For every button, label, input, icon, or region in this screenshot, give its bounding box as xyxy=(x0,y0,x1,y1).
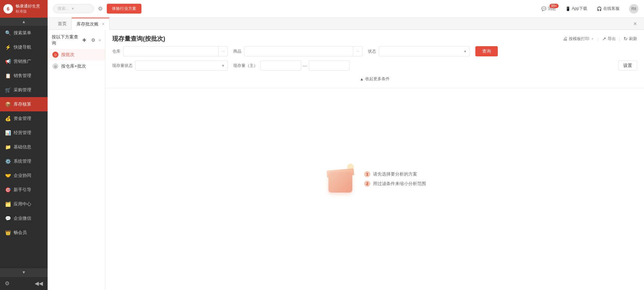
stock-amount-label: 现存量（主） xyxy=(233,63,258,69)
warehouse-label: 仓库 xyxy=(112,49,120,54)
sidebar-item-label: 营销推广 xyxy=(14,58,31,65)
finance-nav-icon: 💰 xyxy=(5,115,11,122)
sales-nav-icon: 📋 xyxy=(5,73,11,79)
sidebar-item-label: 基础信息 xyxy=(14,144,31,150)
collapse-label: 收起更多条件 xyxy=(365,76,390,82)
page-title-actions: 🖨 按模板打印 ▼ | ↗ 导出 | ↻ 刷新 xyxy=(563,36,637,42)
experience-btn[interactable]: 体验行业方案 xyxy=(107,4,141,14)
product-input-wrap: ··· xyxy=(244,46,362,56)
warehouse-input[interactable] xyxy=(123,46,228,56)
export-icon: ↗ xyxy=(602,36,606,41)
tab-close-btn[interactable]: × xyxy=(102,22,104,26)
sidebar-nav: 🔍 搜索菜单 ⚡ 快捷导航 📢 营销推广 📋 销售管理 🛒 采购管理 📦 库存核… xyxy=(0,26,48,268)
main-area: 搜索... ▼ ⚙ 体验行业方案 💬 消息 99+ 📱 App下载 🎧 在线客服… xyxy=(48,0,644,290)
stock-amount-separator: — xyxy=(301,63,309,68)
settings-button[interactable]: 设置 xyxy=(618,60,637,71)
scroll-down-btn[interactable]: ▼ xyxy=(0,268,48,276)
app-title: 畅康通好生意 xyxy=(16,4,40,9)
refresh-icon: ↻ xyxy=(624,36,628,41)
tab-inventory-batch[interactable]: 库存批次账 × xyxy=(72,18,109,30)
sidebar-item-wechat[interactable]: 💬 企业微信 xyxy=(0,211,48,225)
sidebar-item-quick[interactable]: ⚡ 快捷导航 xyxy=(0,40,48,54)
sidebar-item-label: 库存核算 xyxy=(14,101,31,107)
status-select-wrap: ▼ xyxy=(379,46,470,56)
settings-icon[interactable]: ⚙ xyxy=(5,280,10,287)
scheme-panel-actions: ✚ ⚙ « xyxy=(81,37,101,43)
sidebar-item-label: 资金管理 xyxy=(14,115,31,122)
sidebar-item-purchase[interactable]: 🛒 采购管理 xyxy=(0,83,48,97)
product-input[interactable] xyxy=(244,46,362,56)
inventory-nav-icon: 📦 xyxy=(5,101,11,107)
scheme-panel-header: 按以下方案查询 ✚ ⚙ « xyxy=(48,34,105,49)
app-title-area: 畅康通好生意 标准版 xyxy=(16,4,40,14)
refresh-label: 刷新 xyxy=(629,36,637,42)
stock-amount-min-input[interactable] xyxy=(260,60,301,71)
user-avatar[interactable]: Rit xyxy=(629,4,639,14)
export-action[interactable]: ↗ 导出 xyxy=(602,36,616,42)
sidebar-item-label: 采购管理 xyxy=(14,87,31,93)
scheme-warehouse-batch-label: 按仓库+批次 xyxy=(61,63,86,69)
page-content: 按以下方案查询 ✚ ⚙ « ⊙ 按批次 ◎ 按仓库+批次 现存量查询(按批次) xyxy=(48,30,644,290)
online-service-action[interactable]: 🎧 在线客服 xyxy=(597,6,620,12)
messages-badge: 99+ xyxy=(549,4,559,8)
collapse-panel-btn[interactable]: « xyxy=(99,38,101,42)
collapse-sidebar-icon[interactable]: ◀◀ xyxy=(35,280,43,287)
sidebar-item-label: 新手引导 xyxy=(14,187,31,193)
left-scheme-panel: 按以下方案查询 ✚ ⚙ « ⊙ 按批次 ◎ 按仓库+批次 xyxy=(48,30,105,290)
product-more-btn[interactable]: ··· xyxy=(353,46,362,56)
scheme-batch-label: 按批次 xyxy=(61,52,74,58)
query-button[interactable]: 查询 xyxy=(475,46,498,56)
scheme-settings-btn[interactable]: ⚙ xyxy=(90,37,97,43)
tab-home[interactable]: 首页 xyxy=(53,18,72,30)
messages-action[interactable]: 💬 消息 99+ xyxy=(541,6,556,12)
hint-1-text: 请先选择要分析的方案 xyxy=(373,171,417,177)
sidebar-item-basic[interactable]: 📁 基础信息 xyxy=(0,140,48,154)
sidebar-item-ops[interactable]: 📊 经营管理 xyxy=(0,126,48,140)
sidebar-item-label: 企业微信 xyxy=(14,215,31,221)
scheme-item-warehouse-batch[interactable]: ◎ 按仓库+批次 xyxy=(48,60,105,72)
warehouse-input-wrap: ··· xyxy=(123,46,228,56)
stock-status-label: 现存量状态 xyxy=(112,63,133,69)
empty-text: 1 请先选择要分析的方案 2 用过滤条件来缩小分析范围 xyxy=(364,171,426,187)
app-download-action[interactable]: 📱 App下载 xyxy=(565,6,587,12)
status-select[interactable] xyxy=(379,47,470,56)
stock-status-field: 现存量状态 ▼ xyxy=(112,60,228,71)
headset-icon: 🎧 xyxy=(597,6,602,11)
action-divider-2: | xyxy=(619,36,620,41)
product-label: 商品 xyxy=(233,49,241,54)
tabs-bar: 首页 库存批次账 × ✕ xyxy=(48,18,644,30)
scheme-warehouse-batch-icon: ◎ xyxy=(52,63,58,69)
tab-home-label: 首页 xyxy=(58,21,67,27)
scroll-up-btn[interactable]: ▲ xyxy=(0,18,48,26)
refresh-action[interactable]: ↻ 刷新 xyxy=(624,36,637,42)
app-subtitle: 标准版 xyxy=(16,9,40,14)
sidebar-item-marketing[interactable]: 📢 营销推广 xyxy=(0,54,48,69)
sidebar-item-system[interactable]: ⚙️ 系统管理 xyxy=(0,154,48,168)
sidebar-item-collab[interactable]: 🤝 企业协同 xyxy=(0,168,48,183)
stock-status-select[interactable] xyxy=(136,61,227,70)
user-name: Rit xyxy=(631,6,637,11)
sidebar-item-sales[interactable]: 📋 销售管理 xyxy=(0,69,48,83)
hint-num-2: 2 xyxy=(364,181,370,187)
print-label: 按模板打印 xyxy=(569,36,589,42)
warehouse-more-btn[interactable]: ··· xyxy=(218,46,228,56)
print-action[interactable]: 🖨 按模板打印 ▼ xyxy=(563,36,594,42)
collapse-arrow-icon: ▲ xyxy=(360,77,364,81)
stock-amount-max-input[interactable] xyxy=(309,60,350,71)
sidebar-item-member[interactable]: 👑 畅会员 xyxy=(0,225,48,240)
settings-gear-icon[interactable]: ⚙ xyxy=(98,5,103,12)
sidebar-header: 6 畅康通好生意 标准版 xyxy=(0,0,48,18)
sidebar-item-inventory[interactable]: 📦 库存核算 xyxy=(0,97,48,111)
sidebar-item-label: 搜索菜单 xyxy=(14,30,31,36)
sidebar-item-apps[interactable]: 🗂️ 应用中心 xyxy=(0,197,48,211)
sidebar-item-search[interactable]: 🔍 搜索菜单 xyxy=(0,26,48,40)
status-field: 状态 ▼ xyxy=(368,46,470,56)
tab-right-area: ✕ xyxy=(632,20,639,27)
app-logo: 6 xyxy=(3,4,13,14)
add-scheme-btn[interactable]: ✚ xyxy=(81,37,88,43)
collapse-more-btn[interactable]: ▲ 收起更多条件 xyxy=(112,75,637,85)
sidebar-item-guide[interactable]: 🎯 新手引导 xyxy=(0,183,48,197)
sidebar-item-finance[interactable]: 💰 资金管理 xyxy=(0,111,48,126)
scheme-item-batch[interactable]: ⊙ 按批次 xyxy=(48,49,105,60)
close-tab-area-btn[interactable]: ✕ xyxy=(632,20,639,27)
